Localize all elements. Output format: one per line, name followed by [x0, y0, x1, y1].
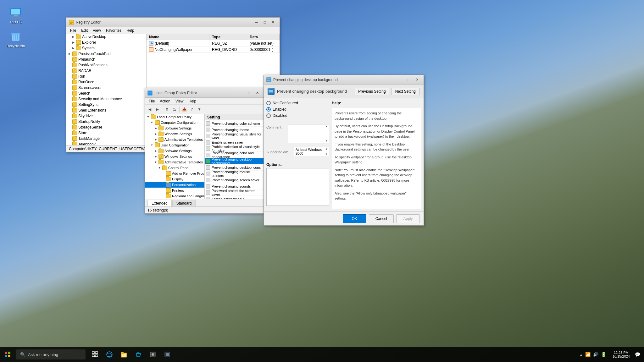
comment-scroll-up[interactable]: ▲: [325, 125, 328, 128]
tree-item-radar[interactable]: RADAR: [66, 68, 146, 74]
policy-help-box[interactable]: Prevents users from adding or changing t…: [332, 108, 421, 209]
tree-item-precisiontouchpad[interactable]: ▶ PrecisionTouchPad: [66, 51, 146, 57]
tree-item-explorer[interactable]: ▶ Explorer: [66, 40, 146, 45]
registry-menu-view[interactable]: View: [90, 27, 103, 34]
gpe-tree-uc-windows[interactable]: ▶ Windows Settings: [145, 154, 204, 159]
registry-menu-file[interactable]: File: [68, 27, 79, 34]
gpe-setting-ss-timeout[interactable]: Screen saver timeout: [205, 196, 264, 199]
registry-menu-favorites[interactable]: Favorites: [103, 27, 124, 34]
gpe-btn-back[interactable]: ◀: [146, 106, 153, 113]
gpe-tab-extended[interactable]: Extended: [147, 200, 172, 207]
registry-menu-help[interactable]: Help: [124, 27, 137, 34]
systray-battery-icon[interactable]: 🔋: [601, 352, 606, 357]
gpe-menu-view[interactable]: View: [173, 98, 186, 104]
gpe-tree-local-policy[interactable]: ▼ Local Computer Policy: [145, 114, 204, 120]
policy-dialog-maximize-btn[interactable]: □: [405, 76, 413, 83]
policy-radio-disabled[interactable]: Disabled: [266, 113, 329, 118]
gpe-menu-action[interactable]: Action: [157, 98, 173, 104]
systray-volume-icon[interactable]: 🔊: [593, 352, 598, 357]
policy-ok-btn[interactable]: OK: [343, 214, 366, 223]
policy-next-btn[interactable]: Next Setting: [391, 88, 420, 95]
gpe-btn-filter[interactable]: ▼: [196, 106, 203, 113]
gpe-tree-regional[interactable]: Regional and Language: [145, 193, 204, 199]
tree-item-telephony[interactable]: Telephony: [66, 141, 146, 145]
policy-cancel-btn[interactable]: Cancel: [369, 214, 394, 223]
tree-item-securitymaint[interactable]: Security and Maintenance: [66, 96, 146, 102]
gpe-tree-display[interactable]: Display: [145, 176, 204, 182]
gpe-close-btn[interactable]: ✕: [253, 90, 261, 96]
taskbar-store-btn[interactable]: [131, 348, 145, 361]
registry-minimize-btn[interactable]: ─: [253, 19, 261, 26]
tree-item-run[interactable]: Run: [66, 74, 146, 79]
tree-item-taskmanager[interactable]: TaskManager: [66, 136, 146, 141]
tree-item-store[interactable]: Store: [66, 130, 146, 136]
gpe-btn-up[interactable]: ⬆: [164, 106, 170, 113]
value-row-wallpaper[interactable]: 01 NoChangingWallpaper REG_DWORD 0x00000…: [147, 47, 280, 53]
gpe-setting-bg[interactable]: Prevent changing desktop background: [205, 158, 264, 164]
tree-item-activedesktop[interactable]: ▶ ActiveDesktop: [66, 34, 146, 40]
gpe-btn-show-hide-tree[interactable]: 🗂: [171, 106, 178, 113]
gpe-btn-fwd[interactable]: ▶: [154, 106, 161, 113]
gpe-tab-standard[interactable]: Standard: [172, 200, 196, 206]
gpe-minimize-btn[interactable]: ─: [237, 90, 245, 96]
policy-apply-btn[interactable]: Apply: [396, 214, 420, 223]
registry-close-btn[interactable]: ✕: [269, 19, 277, 26]
supported-scroll-down[interactable]: ▼: [325, 153, 328, 156]
gpe-tree-control-panel[interactable]: ▼ Control Panel: [145, 165, 204, 171]
tree-item-shellextensions[interactable]: Shell Extensions: [66, 107, 146, 113]
taskbar-app6-btn[interactable]: [160, 348, 174, 361]
tree-item-prelaunch[interactable]: Prelaunch: [66, 57, 146, 62]
taskbar-explorer-btn[interactable]: [117, 348, 131, 361]
tree-item-settingsync[interactable]: SettingSync: [66, 102, 146, 107]
comment-scroll-down[interactable]: ▼: [325, 140, 328, 142]
taskbar-taskview-btn[interactable]: [88, 348, 102, 361]
this-pc-icon[interactable]: This PC: [3, 6, 28, 24]
tree-item-storagesense[interactable]: StorageSense: [66, 124, 146, 130]
gpe-tree-personalization[interactable]: Personalization: [145, 182, 204, 188]
taskbar-search[interactable]: 🔍 Ask me anything: [16, 349, 86, 359]
gpe-tree-user-config[interactable]: ▼ User Configuration: [145, 142, 204, 148]
gpe-setting-pw-protect[interactable]: Password protect the screen saver: [205, 189, 264, 196]
tree-item-search[interactable]: Search: [66, 90, 146, 96]
gpe-tree-uc-software[interactable]: ▶ Software Settings: [145, 148, 204, 154]
gpe-tree[interactable]: ▼ Local Computer Policy ▼ Computer Confi…: [145, 114, 205, 199]
tree-item-pushnotifications[interactable]: PushNotifications: [66, 62, 146, 68]
gpe-tree-cc-windows[interactable]: ▶ Windows Settings: [145, 131, 204, 137]
gpe-setting-screen-saver2[interactable]: Prevent changing screen saver: [205, 177, 264, 183]
gpe-btn-help-toolbar[interactable]: ?: [188, 106, 195, 113]
registry-maximize-btn[interactable]: □: [261, 19, 269, 26]
gpe-tree-cc-software[interactable]: ▶ Software Settings: [145, 125, 204, 131]
taskbar-notification-icon[interactable]: 💬: [634, 352, 641, 357]
policy-radio-enabled[interactable]: Enabled: [266, 107, 329, 112]
taskbar-clock[interactable]: 12:23 PM 10/15/2024: [610, 351, 632, 358]
gpe-maximize-btn[interactable]: □: [245, 90, 253, 96]
gpe-tree-cc-admin[interactable]: ▶ Administrative Templates: [145, 137, 204, 142]
tree-item-runonce[interactable]: RunOnce: [66, 79, 146, 85]
systray-network-icon[interactable]: 📶: [585, 352, 591, 357]
registry-tree[interactable]: ▶ ActiveDesktop ▶ Explorer ▶ System ▶ Pr…: [66, 34, 147, 145]
policy-prev-btn[interactable]: Previous Setting: [354, 88, 390, 95]
gpe-setting-colorscheme[interactable]: Prevent changing color scheme: [205, 120, 264, 127]
gpe-setting-pointers[interactable]: Prevent changing mouse pointers: [205, 171, 264, 177]
gpe-tree-computer-config[interactable]: ▼ Computer Configuration: [145, 120, 204, 125]
gpe-tree-addremove[interactable]: Add or Remove Programs: [145, 171, 204, 176]
systray-arrow[interactable]: ▲: [580, 353, 583, 356]
gpe-setting-visualstyle[interactable]: Prevent changing visual style for wind..…: [205, 133, 264, 139]
policy-radio-not-configured[interactable]: Not Configured: [266, 101, 329, 105]
policy-comment-box[interactable]: [288, 124, 329, 143]
gpe-tree-printers[interactable]: Printers: [145, 188, 204, 193]
gpe-tree-uc-admin[interactable]: ▼ Administrative Templates: [145, 159, 204, 165]
supported-scroll-up[interactable]: ▲: [325, 147, 328, 150]
registry-menu-edit[interactable]: Edit: [79, 27, 90, 34]
gpe-btn-export[interactable]: 📤: [181, 106, 188, 113]
policy-dialog-close-btn[interactable]: ✕: [413, 76, 421, 83]
tree-item-system[interactable]: ▶ System: [66, 45, 146, 51]
value-row-default[interactable]: ab (Default) REG_SZ (value not set): [147, 40, 280, 47]
gpe-menu-file[interactable]: File: [146, 98, 157, 104]
tree-item-skydrive[interactable]: Skydrive: [66, 113, 146, 119]
taskbar-app5-btn[interactable]: [146, 348, 160, 361]
gpe-menu-help[interactable]: Help: [186, 98, 199, 104]
taskbar-edge-btn[interactable]: [103, 348, 116, 361]
tree-item-screensavers[interactable]: Screensavers: [66, 85, 146, 90]
recycle-bin-icon[interactable]: Recycle Bin: [3, 30, 28, 48]
